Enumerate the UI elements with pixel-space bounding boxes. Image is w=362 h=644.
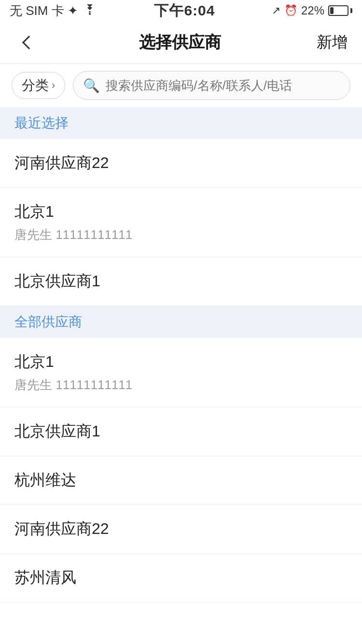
item-name: 北京1	[14, 201, 348, 223]
category-label: 分类	[22, 76, 49, 95]
page-title: 选择供应商	[139, 31, 221, 54]
search-input[interactable]	[106, 78, 340, 93]
item-sub: 唐先生 11111111111	[14, 377, 348, 393]
search-box[interactable]: 🔍	[73, 71, 350, 100]
location-icon: ↗	[272, 4, 280, 17]
status-left: 无 SIM 卡 ✦	[10, 2, 97, 19]
wifi-icon	[82, 3, 97, 18]
status-time: 下午6:04	[154, 1, 215, 21]
item-name: 河南供应商22	[14, 153, 348, 174]
list-item[interactable]: 北京1 唐先生 11111111111	[0, 338, 362, 407]
recent-list: 河南供应商22 北京1 唐先生 11111111111 北京供应商1	[0, 139, 362, 306]
list-item[interactable]: 苏州清风	[0, 554, 362, 602]
all-section-header: 全部供应商	[0, 306, 362, 338]
all-list: 北京1 唐先生 11111111111 北京供应商1 杭州维达 河南供应商22 …	[0, 338, 362, 602]
back-icon	[22, 35, 36, 49]
item-name: 苏州清风	[14, 567, 348, 588]
filter-bar: 分类 › 🔍	[0, 64, 362, 107]
recent-section-header: 最近选择	[0, 107, 362, 139]
back-button[interactable]	[14, 28, 43, 57]
item-name: 河南供应商22	[14, 518, 348, 540]
list-item[interactable]: 河南供应商22	[0, 139, 362, 188]
alarm-icon: ⏰	[284, 4, 297, 17]
list-item[interactable]: 北京供应商1	[0, 407, 362, 456]
list-item[interactable]: 北京供应商1	[0, 257, 362, 306]
list-item[interactable]: 杭州维达	[0, 456, 362, 505]
search-icon: 🔍	[83, 78, 100, 94]
item-name: 北京供应商1	[14, 421, 348, 442]
add-button[interactable]: 新增	[317, 32, 348, 53]
item-name: 北京1	[14, 351, 348, 373]
svg-point-0	[89, 13, 91, 15]
battery-percent: 22%	[301, 4, 324, 17]
chevron-right-icon: ›	[52, 79, 55, 92]
recent-section-label: 最近选择	[14, 114, 69, 132]
list-item[interactable]: 河南供应商22	[0, 505, 362, 554]
no-sim-label: 无 SIM 卡 ✦	[10, 2, 78, 19]
item-name: 杭州维达	[14, 470, 348, 491]
all-section-label: 全部供应商	[14, 313, 82, 331]
status-right: ↗ ⏰ 22%	[272, 4, 352, 17]
list-item[interactable]: 北京1 唐先生 11111111111	[0, 188, 362, 257]
nav-bar: 选择供应商 新增	[0, 21, 362, 64]
status-bar: 无 SIM 卡 ✦ 下午6:04 ↗ ⏰ 22%	[0, 0, 362, 21]
battery-indicator	[328, 5, 352, 16]
item-sub: 唐先生 11111111111	[14, 226, 348, 243]
category-filter-button[interactable]: 分类 ›	[12, 72, 65, 99]
item-name: 北京供应商1	[14, 271, 348, 292]
